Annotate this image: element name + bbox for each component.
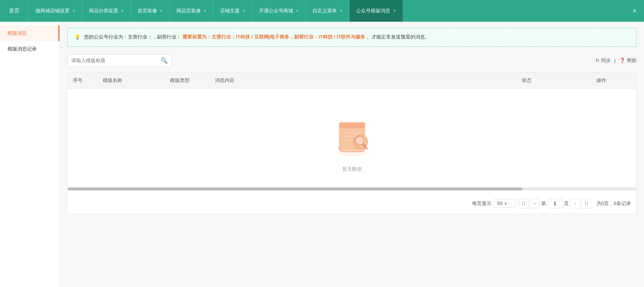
empty-state: 暂无数据 xyxy=(68,89,636,187)
col-template-type: 模版类型 xyxy=(165,73,210,88)
col-index: 序号 xyxy=(68,73,98,88)
table-header: 序号 模版名称 模版类型 消息内容 状态 操作 xyxy=(68,73,636,89)
data-table: 序号 模版名称 模版类型 消息内容 状态 操作 xyxy=(67,72,637,214)
close-icon[interactable]: × xyxy=(393,8,396,13)
close-icon[interactable]: × xyxy=(243,8,245,13)
close-icon[interactable]: × xyxy=(160,8,163,13)
alert-box: 💡 您的公众号行业为：主营行业：，副营行业： 需要设置为：主营行业：IT科技 /… xyxy=(67,28,637,47)
sidebar-item-template-message-log[interactable]: 模版消息记录 xyxy=(0,41,59,57)
col-template-name: 模版名称 xyxy=(98,73,165,88)
tab-custom-menu[interactable]: 自定义菜单 × xyxy=(306,0,349,22)
empty-text: 暂无数据 xyxy=(342,166,362,172)
bulb-icon: 💡 xyxy=(74,34,80,40)
last-page-button[interactable]: ⟩⟩ xyxy=(582,199,591,208)
sync-button[interactable]: ↻ 同步 xyxy=(595,57,611,64)
sidebar-item-template-message[interactable]: 模版消息 xyxy=(0,25,59,41)
col-action: 操作 xyxy=(591,73,636,88)
page-input[interactable] xyxy=(548,199,563,208)
tab-template-message[interactable]: 公众号模版消息 × xyxy=(349,0,403,22)
page-after-label: 页 xyxy=(564,200,569,207)
tab-home[interactable]: 首页 xyxy=(0,0,29,22)
close-all-button[interactable]: × xyxy=(625,7,644,15)
empty-illustration xyxy=(328,111,376,160)
first-page-button[interactable]: ⟨⟨ xyxy=(519,199,529,208)
tab-open-mall[interactable]: 开通公众号商城 × xyxy=(252,0,306,22)
sidebar: 模版消息 模版消息记录 xyxy=(0,22,60,287)
close-icon[interactable]: × xyxy=(296,8,299,13)
tab-category-settings[interactable]: 商品分类设置 × xyxy=(82,0,131,22)
total-records: 共0页，0条记录 xyxy=(597,200,631,207)
page-size-select: 每页显示 50 ∨ xyxy=(472,199,515,208)
next-page-button[interactable]: ＞ xyxy=(570,199,580,208)
prev-page-button[interactable]: ＜ xyxy=(530,199,540,208)
search-input-wrap[interactable]: 🔍 xyxy=(67,54,172,67)
close-icon[interactable]: × xyxy=(121,8,124,13)
horizontal-scrollbar[interactable] xyxy=(68,187,636,190)
toolbar-right: ↻ 同步 | ❓ 帮助 xyxy=(595,57,637,64)
help-icon: ❓ xyxy=(619,58,625,63)
main-layout: 模版消息 模版消息记录 💡 您的公众号行业为：主营行业：，副营行业： 需要设置为… xyxy=(0,22,644,287)
tab-product-decor[interactable]: 商品页装修 × xyxy=(170,0,213,22)
refresh-icon: ↻ xyxy=(595,58,600,63)
col-status: 状态 xyxy=(517,73,591,88)
help-button[interactable]: ❓ 帮助 xyxy=(619,57,637,64)
top-navigation: 首页 微商城店铺设置 × 商品分类设置 × 首页装修 × 商品页装修 × 店铺主… xyxy=(0,0,644,22)
page-navigation: ⟨⟨ ＜ 第 页 ＞ ⟩⟩ 共0页，0条记录 xyxy=(519,199,631,208)
chevron-down-icon: ∨ xyxy=(504,201,507,206)
close-icon[interactable]: × xyxy=(340,8,342,13)
search-input[interactable] xyxy=(71,58,158,63)
page-size-label: 每页显示 xyxy=(472,200,492,207)
close-icon[interactable]: × xyxy=(73,8,75,13)
scrollbar-thumb[interactable] xyxy=(68,187,523,190)
page-size-dropdown[interactable]: 50 ∨ xyxy=(494,199,515,208)
pagination: 每页显示 50 ∨ ⟨⟨ ＜ 第 页 ＞ ⟩⟩ 共0页，0条记录 xyxy=(68,195,636,214)
close-icon[interactable]: × xyxy=(204,8,206,13)
tab-store-theme[interactable]: 店铺主题 × xyxy=(213,0,252,22)
search-bar: 🔍 ↻ 同步 | ❓ 帮助 xyxy=(67,54,637,67)
tab-store-settings[interactable]: 微商城店铺设置 × xyxy=(29,0,82,22)
separator: | xyxy=(614,58,616,63)
search-icon[interactable]: 🔍 xyxy=(161,57,168,64)
col-message-content: 消息内容 xyxy=(210,73,517,88)
page-before-label: 第 xyxy=(541,200,546,207)
content-area: 💡 您的公众号行业为：主营行业：，副营行业： 需要设置为：主营行业：IT科技 /… xyxy=(60,22,644,287)
tab-home-decor[interactable]: 首页装修 × xyxy=(131,0,170,22)
